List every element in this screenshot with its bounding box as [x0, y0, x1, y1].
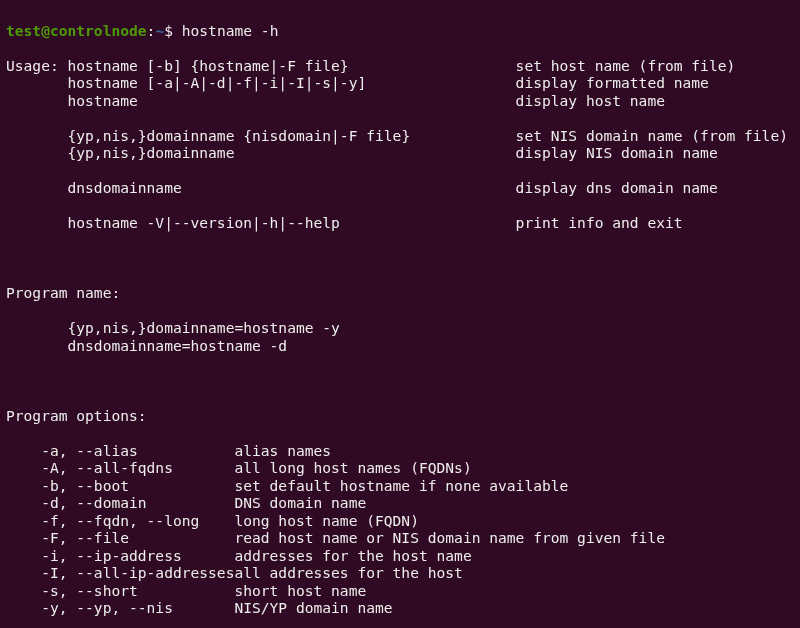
option-flag: -b, --boot [6, 477, 234, 495]
option-desc: alias names [234, 442, 331, 459]
usage-line [6, 162, 794, 180]
usage-line: Usage: hostname [-b] {hostname|-F file}s… [6, 57, 794, 75]
usage-desc: display host name [516, 92, 665, 110]
usage-desc: set NIS domain name (from file) [516, 127, 788, 145]
program-name-line: {yp,nis,}domainname=hostname -y [6, 319, 794, 337]
usage-desc: display NIS domain name [516, 144, 718, 162]
usage-desc: display dns domain name [516, 179, 718, 197]
option-desc: DNS domain name [234, 494, 366, 511]
option-line: -i, --ip-addressaddresses for the host n… [6, 547, 794, 565]
blank-line [6, 372, 794, 390]
usage-cmd [6, 197, 516, 215]
prompt-path: ~ [155, 22, 164, 39]
usage-desc: set host name (from file) [516, 57, 736, 75]
usage-cmd [6, 109, 516, 127]
prompt-sigil: $ [164, 22, 182, 39]
usage-line: hostnamedisplay host name [6, 92, 794, 110]
usage-line: hostname [-a|-A|-d|-f|-i|-I|-s|-y]displa… [6, 74, 794, 92]
option-desc: all addresses for the host [234, 564, 462, 581]
option-desc: all long host names (FQDNs) [234, 459, 471, 476]
option-flag: -i, --ip-address [6, 547, 234, 565]
usage-line [6, 197, 794, 215]
prompt-user-host: test@controlnode [6, 22, 147, 39]
program-name-label: Program name: [6, 284, 794, 302]
options-label: Program options: [6, 407, 794, 425]
usage-line: dnsdomainnamedisplay dns domain name [6, 179, 794, 197]
option-line: -y, --yp, --nisNIS/YP domain name [6, 599, 794, 617]
usage-desc: print info and exit [516, 214, 683, 232]
option-line: -b, --bootset default hostname if none a… [6, 477, 794, 495]
usage-cmd: {yp,nis,}domainname {nisdomain|-F file} [6, 127, 516, 145]
option-flag: -y, --yp, --nis [6, 599, 234, 617]
blank-line [6, 249, 794, 267]
option-flag: -f, --fqdn, --long [6, 512, 234, 530]
usage-cmd: Usage: hostname [-b] {hostname|-F file} [6, 57, 516, 75]
usage-line: {yp,nis,}domainname {nisdomain|-F file}s… [6, 127, 794, 145]
usage-cmd: {yp,nis,}domainname [6, 144, 516, 162]
option-line: -a, --aliasalias names [6, 442, 794, 460]
usage-cmd [6, 162, 516, 180]
option-flag: -a, --alias [6, 442, 234, 460]
options-block: -a, --aliasalias names -A, --all-fqdnsal… [6, 442, 794, 617]
option-line: -d, --domainDNS domain name [6, 494, 794, 512]
usage-desc: display formatted name [516, 74, 709, 92]
option-desc: short host name [234, 582, 366, 599]
option-desc: read host name or NIS domain name from g… [234, 529, 665, 546]
option-flag: -I, --all-ip-addresses [6, 564, 234, 582]
program-name-block: {yp,nis,}domainname=hostname -y dnsdomai… [6, 319, 794, 354]
option-flag: -s, --short [6, 582, 234, 600]
option-line: -I, --all-ip-addressesall addresses for … [6, 564, 794, 582]
usage-line [6, 109, 794, 127]
usage-cmd: dnsdomainname [6, 179, 516, 197]
usage-block: Usage: hostname [-b] {hostname|-F file}s… [6, 57, 794, 232]
option-desc: long host name (FQDN) [234, 512, 419, 529]
option-line: -F, --fileread host name or NIS domain n… [6, 529, 794, 547]
program-name-line: dnsdomainname=hostname -d [6, 337, 794, 355]
entered-command: hostname -h [182, 22, 279, 39]
option-line: -f, --fqdn, --longlong host name (FQDN) [6, 512, 794, 530]
terminal[interactable]: test@controlnode:~$ hostname -h Usage: h… [0, 0, 800, 628]
option-flag: -d, --domain [6, 494, 234, 512]
option-flag: -F, --file [6, 529, 234, 547]
usage-line: hostname -V|--version|-h|--helpprint inf… [6, 214, 794, 232]
option-flag: -A, --all-fqdns [6, 459, 234, 477]
usage-cmd: hostname [-a|-A|-d|-f|-i|-I|-s|-y] [6, 74, 516, 92]
option-line: -A, --all-fqdnsall long host names (FQDN… [6, 459, 794, 477]
usage-line: {yp,nis,}domainnamedisplay NIS domain na… [6, 144, 794, 162]
prompt-line-1: test@controlnode:~$ hostname -h [6, 22, 794, 40]
option-line: -s, --shortshort host name [6, 582, 794, 600]
option-desc: NIS/YP domain name [234, 599, 392, 616]
usage-cmd: hostname [6, 92, 516, 110]
option-desc: set default hostname if none available [234, 477, 568, 494]
option-desc: addresses for the host name [234, 547, 471, 564]
usage-cmd: hostname -V|--version|-h|--help [6, 214, 516, 232]
